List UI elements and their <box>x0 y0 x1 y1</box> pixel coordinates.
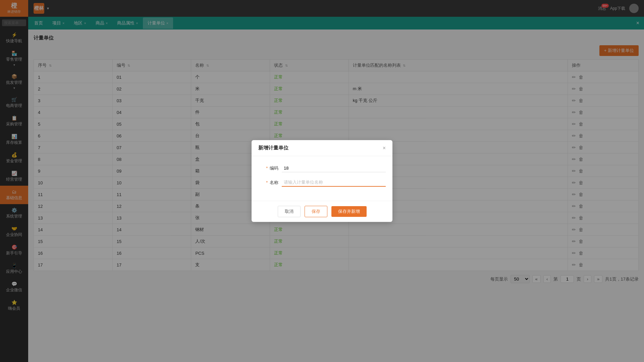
modal-close-btn[interactable]: × <box>383 145 386 151</box>
modal-overlay[interactable]: 新增计量单位 × * 编码 * 名称 取消 保存 保存并新增 <box>0 0 644 362</box>
modal-body: * 编码 * 名称 <box>252 156 392 201</box>
code-input[interactable] <box>282 164 386 172</box>
code-label: * 编码 <box>258 165 278 171</box>
cancel-button[interactable]: 取消 <box>278 206 301 217</box>
modal-title: 新增计量单位 <box>258 145 288 151</box>
modal-header: 新增计量单位 × <box>252 140 392 156</box>
modal-footer: 取消 保存 保存并新增 <box>252 201 392 222</box>
add-unit-modal: 新增计量单位 × * 编码 * 名称 取消 保存 保存并新增 <box>252 140 392 222</box>
name-label: * 名称 <box>258 180 278 186</box>
name-form-row: * 名称 <box>258 178 386 187</box>
name-input[interactable] <box>282 178 386 187</box>
code-required-mark: * <box>266 166 268 171</box>
code-form-row: * 编码 <box>258 164 386 172</box>
save-continue-button[interactable]: 保存并新增 <box>331 206 367 217</box>
name-required-mark: * <box>266 180 268 185</box>
save-button[interactable]: 保存 <box>305 206 327 217</box>
